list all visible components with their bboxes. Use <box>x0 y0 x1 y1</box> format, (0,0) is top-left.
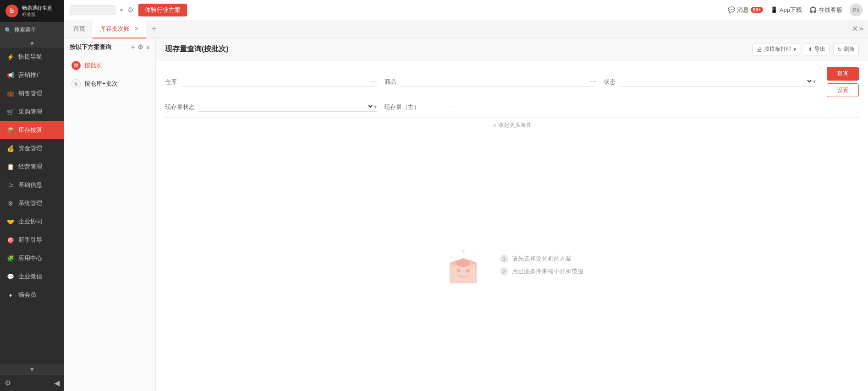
breadcrumb-chevron-icon[interactable]: ▾ <box>120 7 123 13</box>
brand-sub: 标准版 <box>22 11 52 17</box>
sidebar-item-business[interactable]: 📋 经营管理 <box>0 157 64 176</box>
app-download-button[interactable]: 📱 App下载 <box>770 6 802 14</box>
sidebar-item-collab[interactable]: 🤝 企业协同 <box>0 212 64 231</box>
warehouse-dots[interactable]: ··· <box>371 77 377 86</box>
footer-settings-icon[interactable]: ⚙ <box>5 379 11 387</box>
search-icon: 🔍 <box>5 27 11 33</box>
print-template-button[interactable]: 🖨 按模板打印 ▾ <box>753 43 800 55</box>
empty-tips: 1 请先选择要分析的方案 2 用过滤条件来缩小分析范围 <box>500 255 583 276</box>
add-solution-icon[interactable]: + <box>131 43 135 51</box>
service-icon: 🎧 <box>809 6 817 13</box>
sidebar-item-apps[interactable]: 🧩 应用中心 <box>0 249 64 267</box>
tab-add-button[interactable]: + <box>150 24 159 34</box>
collapse-more-conditions[interactable]: ∧ 收起更多条件 <box>165 117 859 133</box>
user-avatar-button[interactable]: Rit <box>850 4 863 16</box>
solution-by-warehouse-batch-label: 按仓库+批次 <box>84 80 118 88</box>
footer-collapse-icon[interactable]: ◀ <box>54 379 60 387</box>
tab-inventory-batch[interactable]: 库存批次账 ✕ <box>93 20 146 38</box>
export-button[interactable]: ⬆ 导出 <box>804 43 830 55</box>
sidebar-item-wechat[interactable]: 💬 企业微信 <box>0 267 64 286</box>
filter-inventory-qty: 现存量（主） — <box>384 103 596 111</box>
status-arrow-icon: ▾ <box>813 78 816 85</box>
sidebar-search[interactable]: 🔍 搜索菜单 <box>0 22 64 38</box>
sidebar-item-basic[interactable]: 🗂 基础信息 <box>0 176 64 194</box>
sidebar-item-system[interactable]: ⚙ 系统管理 <box>0 194 64 212</box>
refresh-button[interactable]: ↻ 刷新 <box>833 43 859 55</box>
message-button[interactable]: 💬 消息 99+ <box>728 6 763 14</box>
refresh-label: 刷新 <box>844 45 855 53</box>
sidebar-item-quick-nav[interactable]: ⚡ 快捷导航 <box>0 48 64 66</box>
system-icon: ⚙ <box>6 199 15 207</box>
left-panel-header: 按以下方案查询 + ⚙ « <box>64 38 155 56</box>
settings-button[interactable]: 设置 <box>827 83 859 97</box>
tab-home[interactable]: 首页 <box>66 20 93 38</box>
inventory-icon: 📦 <box>6 126 15 134</box>
solution-by-warehouse-batch[interactable]: 仓 按仓库+批次 <box>64 75 155 93</box>
tabbar: 首页 库存批次账 ✕ + ✕ ≫ <box>64 20 868 38</box>
inventory-status-select[interactable] <box>198 103 374 110</box>
solution-by-batch[interactable]: 批 按批次 <box>64 56 155 75</box>
print-icon: 🖨 <box>757 46 762 53</box>
sidebar-item-label: 新手引导 <box>18 236 42 244</box>
sidebar-item-label: 企业微信 <box>18 272 42 281</box>
tab-home-label: 首页 <box>73 25 85 32</box>
sidebar-item-inventory[interactable]: 📦 库存核算 <box>0 121 64 139</box>
print-arrow-icon: ▾ <box>793 46 796 53</box>
refresh-icon: ↻ <box>837 46 842 53</box>
svg-point-8 <box>451 257 453 259</box>
breadcrumb-input[interactable] <box>70 5 115 15</box>
tip-num-2: 2 <box>500 267 508 276</box>
settings-solution-icon[interactable]: ⚙ <box>137 43 143 51</box>
sidebar-item-label: 资金管理 <box>18 144 42 152</box>
inventory-qty-min[interactable] <box>423 103 451 110</box>
vip-icon: ♦ <box>6 291 15 299</box>
sidebar-scroll-down[interactable]: ▼ <box>0 364 64 375</box>
filter-goods: 商品 ··· <box>385 77 597 87</box>
left-panel: 按以下方案查询 + ⚙ « 批 按批次 仓 按仓库+批次 <box>64 38 156 391</box>
sidebar-item-vip[interactable]: ♦ 畅会员 <box>0 286 64 304</box>
tab-close-icon[interactable]: ✕ <box>134 26 139 32</box>
sidebar-item-label: 应用中心 <box>18 254 42 262</box>
filter-area: 仓库 ··· 商品 ··· 状态 <box>156 60 868 139</box>
brand-info: 畅康通好生意 标准版 <box>22 5 52 17</box>
sidebar-item-finance[interactable]: 💰 资金管理 <box>0 139 64 157</box>
panel-close-icon[interactable]: ✕ <box>852 24 858 34</box>
sidebar-item-marketing[interactable]: 📢 营销推广 <box>0 66 64 84</box>
status-select-wrap: ▾ <box>619 77 816 87</box>
content-area: 按以下方案查询 + ⚙ « 批 按批次 仓 按仓库+批次 现存量查询(按批次) <box>64 38 868 391</box>
export-label: 导出 <box>814 45 825 53</box>
inventory-qty-max[interactable] <box>457 103 484 110</box>
topbar: ▾ ⚙ 体验行业方案 💬 消息 99+ 📱 App下载 🎧 在线客服 Rit <box>64 0 868 20</box>
topbar-gear-icon[interactable]: ⚙ <box>127 5 134 14</box>
page-title: 现存量查询(按批次) <box>165 44 229 54</box>
page-actions: 🖨 按模板打印 ▾ ⬆ 导出 ↻ 刷新 <box>753 43 859 55</box>
filter-inventory-status: 现存量状态 ▾ <box>165 103 377 112</box>
avatar: Rit <box>850 4 863 16</box>
warehouse-input[interactable] <box>181 78 371 85</box>
inventory-qty-wrap: — <box>423 103 596 111</box>
online-service-button[interactable]: 🎧 在线客服 <box>809 6 842 14</box>
sidebar-item-sales[interactable]: 💼 销售管理 <box>0 84 64 103</box>
sidebar-item-label: 畅会员 <box>18 291 36 299</box>
status-select[interactable] <box>619 77 813 85</box>
sidebar-scroll-up[interactable]: ▲ <box>0 38 64 48</box>
print-label: 按模板打印 <box>764 45 791 53</box>
right-panel: 现存量查询(按批次) 🖨 按模板打印 ▾ ⬆ 导出 ↻ 刷新 <box>156 38 868 391</box>
business-icon: 📋 <box>6 163 15 171</box>
wechat-icon: 💬 <box>6 272 15 281</box>
collapse-panel-icon[interactable]: « <box>146 43 150 51</box>
sidebar-item-purchase[interactable]: 🛒 采购管理 <box>0 103 64 121</box>
panel-more-icon[interactable]: ≫ <box>858 26 864 32</box>
warehouse-filter-label: 仓库 <box>165 78 177 86</box>
inventory-qty-dash: — <box>451 103 457 110</box>
sidebar-item-newbie[interactable]: 🎯 新手引导 <box>0 231 64 249</box>
goods-input-wrap: ··· <box>400 77 597 87</box>
collapse-label: 收起更多条件 <box>499 122 532 128</box>
empty-box-svg <box>440 242 486 288</box>
message-label: 消息 <box>737 6 749 14</box>
goods-dots[interactable]: ··· <box>590 77 596 86</box>
tip-text-1: 请先选择要分析的方案 <box>512 255 571 263</box>
goods-input[interactable] <box>400 78 590 85</box>
trial-button[interactable]: 体验行业方案 <box>138 4 187 16</box>
query-button[interactable]: 查询 <box>827 67 859 81</box>
